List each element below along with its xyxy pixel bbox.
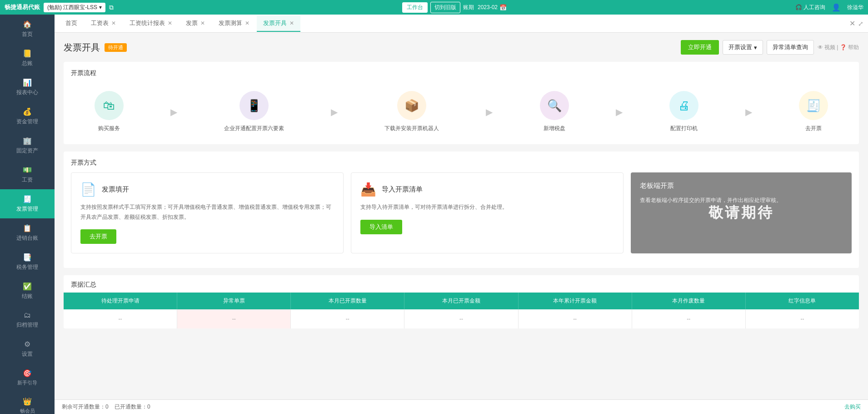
tab-close-icon[interactable]: ✕ — [245, 20, 249, 26]
sidebar-icon: 👑 — [23, 397, 32, 406]
sidebar-label: 固定资产 — [16, 147, 38, 155]
method-btn-manual[interactable]: 去开票 — [80, 229, 116, 244]
tab-close-icon[interactable]: ✕ — [111, 20, 116, 26]
old-platform-card: 老板端开票 查看老板端小程序提交的开票申请，并作出相应处理审核。 敬请期待 — [631, 172, 852, 253]
sidebar-label: 归档管理 — [16, 321, 38, 329]
page-content: 发票开具 待开通 立即开通 开票设置 ▾ 异常清单查询 👁 视频 | ❓ — [55, 33, 868, 399]
sidebar-item-固定资产[interactable]: 🏢固定资产 — [0, 131, 55, 160]
flow-step-2: 📦 下载并安装开票机器人 — [384, 91, 439, 132]
step-icon-4: 🖨 — [669, 91, 698, 120]
calendar-icon[interactable]: 📅 — [499, 4, 507, 11]
sidebar-item-设置[interactable]: ⚙设置 — [0, 334, 55, 364]
sidebar-item-报表中心[interactable]: 📊报表中心 — [0, 73, 55, 102]
sidebar-icon: ⚙ — [24, 340, 30, 348]
billing-methods-container: 📄 发票填开 支持按照发票样式手工填写开发票；可开具增值税电子普通发票、增值税普… — [71, 172, 852, 253]
tab-bar: 首页工资表✕工资统计报表✕发票✕发票测算✕发票开具✕ ✕ ⤢ — [55, 15, 868, 33]
immediate-open-button[interactable]: 立即开通 — [681, 40, 719, 55]
settings-button[interactable]: 开票设置 ▾ — [723, 40, 763, 55]
abnormal-query-button[interactable]: 异常清单查询 — [767, 40, 814, 55]
method-desc: 支持导入待开票清单，可对待开票清单进行拆分、合并处理。 — [360, 202, 614, 212]
user-name: 徐溢华 — [847, 4, 863, 11]
tab-首页[interactable]: 首页 — [59, 15, 84, 32]
settings-label: 开票设置 — [728, 43, 752, 51]
tab-restore-icon[interactable]: ⤢ — [858, 20, 863, 27]
page-header: 发票开具 待开通 立即开通 开票设置 ▾ 异常清单查询 👁 视频 | ❓ — [64, 40, 859, 55]
sidebar-icon: 🏠 — [23, 20, 32, 29]
sidebar-item-工资[interactable]: 💵工资 — [0, 160, 55, 189]
sidebar-item-进销台账[interactable]: 📋进销台账 — [0, 218, 55, 247]
sidebar-label: 税务管理 — [16, 263, 38, 271]
tab-发票[interactable]: 发票✕ — [180, 15, 211, 32]
method-desc: 支持按照发票样式手工填写开发票；可开具增值税电子普通发票、增值税普通发票、增值税… — [80, 202, 334, 222]
view-icon[interactable]: 👁 — [818, 44, 823, 50]
billing-methods-title: 开票方式 — [71, 159, 852, 167]
sidebar-icon: 📊 — [23, 78, 32, 87]
step-icon-1: 📱 — [239, 91, 269, 120]
tab-工资表[interactable]: 工资表✕ — [85, 15, 122, 32]
sidebar-item-结账[interactable]: ✅结账 — [0, 277, 55, 306]
summary-header-col: 本月已开票金额 — [404, 293, 518, 309]
tab-发票开具[interactable]: 发票开具✕ — [257, 15, 300, 32]
step-icon-2: 📦 — [397, 91, 426, 120]
tab-工资统计报表[interactable]: 工资统计报表✕ — [123, 15, 179, 32]
sidebar-bottom: 🎯新手引导👑畅会员 📌 取消固定 — [0, 364, 55, 414]
summary-value-col: -- — [177, 309, 291, 328]
tab-close-icon[interactable]: ✕ — [200, 20, 205, 26]
sidebar-label: 工资 — [22, 176, 33, 184]
flow-arrow-3: ▶ — [616, 106, 623, 117]
summary-table-header: 待处理开票申请异常单票本月已开票数量本月已开票金额本年累计开票金额本月作废数量红… — [64, 293, 859, 309]
top-bar-left: 畅捷通易代账 (勉励) 江西眼宝-LSS ▾ ⧉ — [5, 3, 114, 12]
summary-header-col: 本年累计开票金额 — [519, 293, 632, 309]
flow-steps: 🛍 购买服务 ▶ 📱 企业开通配置开票六要素 ▶ 📦 下载并安装开票机器人 ▶ … — [71, 86, 852, 137]
company-selector[interactable]: (勉励) 江西眼宝-LSS ▾ — [44, 3, 105, 12]
tab-label: 发票 — [186, 19, 198, 27]
copy-icon[interactable]: ⧉ — [109, 4, 114, 11]
headset-icon: 🎧 — [795, 4, 802, 10]
tab-close-icon[interactable]: ✕ — [289, 20, 294, 26]
sidebar-label: 新手引导 — [17, 379, 37, 386]
flow-step-1: 📱 企业开通配置开票六要素 — [224, 91, 284, 132]
sidebar-label: 进销台账 — [16, 234, 38, 242]
step-icon-0: 🛍 — [95, 91, 124, 120]
tab-close-icon[interactable]: ✕ — [168, 20, 172, 26]
flow-step-0: 🛍 购买服务 — [95, 91, 124, 132]
sidebar-item-资金管理[interactable]: 💰资金管理 — [0, 102, 55, 131]
flow-section: 开票流程 🛍 购买服务 ▶ 📱 企业开通配置开票六要素 ▶ 📦 下载并安装开票机… — [64, 62, 859, 144]
workbench-button[interactable]: 工作台 — [402, 2, 428, 13]
page-title: 发票开具 — [64, 41, 100, 54]
status-badge: 待开通 — [105, 43, 127, 52]
method-card-import: 📥 导入开票清单 支持导入待开票清单，可对待开票清单进行拆分、合并处理。 导入清… — [351, 172, 624, 253]
buy-link[interactable]: 去购买 — [844, 403, 861, 411]
sidebar-icon: 🧾 — [23, 195, 32, 203]
tab-close-icon[interactable]: ✕ — [849, 19, 855, 28]
method-icon: 📥 — [360, 182, 376, 197]
tab-发票测算[interactable]: 发票测算✕ — [212, 15, 256, 32]
chevron-down-icon: ▾ — [754, 44, 757, 51]
top-bar-buttons: 工作台 切到旧版 账期 2023-02 📅 — [402, 2, 507, 13]
step-label-1: 企业开通配置开票六要素 — [224, 125, 284, 132]
sidebar-label: 设置 — [22, 350, 33, 358]
step-label-4: 配置打印机 — [670, 125, 698, 132]
support-button[interactable]: 🎧 人工咨询 — [795, 4, 825, 11]
sidebar-item-首页[interactable]: 🏠首页 — [0, 15, 55, 44]
sidebar-label: 资金管理 — [16, 118, 38, 126]
summary-table-body: -------------- — [64, 309, 859, 328]
sidebar-item-总账[interactable]: 📒总账 — [0, 44, 55, 73]
summary-value-col: -- — [404, 309, 518, 328]
sidebar-item-发票管理[interactable]: 🧾发票管理 — [0, 189, 55, 218]
sidebar-icon: 📒 — [23, 49, 32, 58]
summary-header-col: 待处理开票申请 — [64, 293, 177, 309]
method-btn-import[interactable]: 导入清单 — [360, 220, 402, 234]
step-icon-3: 🔍 — [540, 91, 569, 120]
method-title: 发票填开 — [102, 185, 129, 194]
sidebar-label: 结账 — [22, 293, 33, 300]
help-icon[interactable]: ❓ — [840, 44, 847, 50]
sidebar-item-归档管理[interactable]: 🗂归档管理 — [0, 306, 55, 334]
coming-soon-label: 敬请期待 — [708, 203, 774, 223]
page-title-area: 发票开具 待开通 — [64, 41, 127, 54]
sidebar-item-税务管理[interactable]: 📑税务管理 — [0, 247, 55, 277]
old-version-button[interactable]: 切到旧版 — [430, 2, 460, 13]
sidebar-item-新手引导[interactable]: 🎯新手引导 — [0, 364, 55, 392]
sidebar-item-畅会员[interactable]: 👑畅会员 — [0, 392, 55, 414]
sidebar-icon: 💰 — [23, 107, 32, 116]
